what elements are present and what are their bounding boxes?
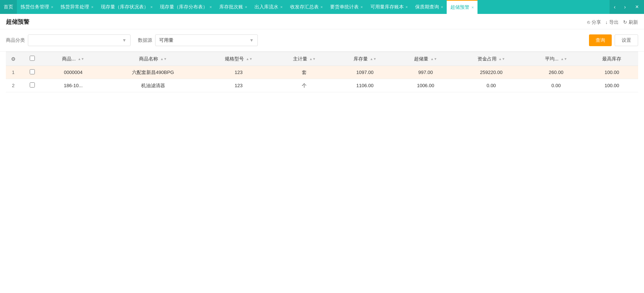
sort-icon: ▲▼ xyxy=(431,57,437,61)
nav-exception[interactable]: 拣货异常处理 × xyxy=(57,0,97,14)
nav-stock-dist[interactable]: 现存量（库存分布表） × xyxy=(156,0,215,14)
max-stock: 100.00 xyxy=(586,66,638,79)
category-filter: 商品分类 ▼ xyxy=(6,34,131,46)
page-header: 超储预警 ⎋ 分享 ↓ 导出 ↻ 刷新 xyxy=(0,14,644,29)
table-container: ⚙ 商品... ▲▼ 商品名称 ▲▼ 规格型号 ▲▼ xyxy=(0,52,644,92)
sort-icon: ▲▼ xyxy=(498,57,505,61)
refresh-icon: ↻ xyxy=(623,19,627,25)
col-header-spec[interactable]: 规格型号 ▲▼ xyxy=(203,52,274,66)
datasource-select-value: 可用量 xyxy=(159,37,173,44)
datasource-label: 数据源 xyxy=(138,37,152,44)
table-header-row: ⚙ 商品... ▲▼ 商品名称 ▲▼ 规格型号 ▲▼ xyxy=(6,52,638,66)
category-select[interactable]: ▼ xyxy=(28,34,131,46)
nav-stock-status[interactable]: 现存量（库存状况表） × xyxy=(97,0,156,14)
overstock-qty: 997.00 xyxy=(395,66,456,79)
close-tab-icon[interactable]: × xyxy=(209,5,212,9)
table-row: 1 0000004 六配套新昌490BPG 123 套 1097.00 997.… xyxy=(6,66,638,79)
select-all-checkbox[interactable] xyxy=(30,56,35,61)
stock-qty: 1106.00 xyxy=(334,79,395,92)
top-nav: 首页 拣货任务管理 × 拣货异常处理 × 现存量（库存状况表） × 现存量（库存… xyxy=(0,0,644,14)
product-code: 0000004 xyxy=(44,66,103,79)
nav-close-all[interactable]: × xyxy=(630,0,644,14)
stock-qty: 1097.00 xyxy=(334,66,395,79)
nav-flow[interactable]: 出入库流水 × xyxy=(251,0,286,14)
dropdown-arrow-icon: ▼ xyxy=(249,38,254,43)
close-tab-icon[interactable]: × xyxy=(321,5,323,9)
sort-icon: ▲▼ xyxy=(309,57,316,61)
nav-quality-period[interactable]: 保质期查询 × xyxy=(411,0,447,14)
capital-usage: 0.00 xyxy=(456,79,527,92)
page-content: 超储预警 ⎋ 分享 ↓ 导出 ↻ 刷新 商品分类 ▼ 数据源 xyxy=(0,14,644,293)
nav-batch[interactable]: 库存批次账 × xyxy=(216,0,251,14)
nav-order-stat[interactable]: 要货单统计表 × xyxy=(326,0,366,14)
row-checkbox-cell xyxy=(21,66,44,79)
nav-home[interactable]: 首页 xyxy=(0,0,17,14)
col-header-avg[interactable]: 平均... ▲▼ xyxy=(527,52,586,66)
row-checkbox[interactable] xyxy=(30,69,35,74)
nav-available-stock[interactable]: 可用量库存账本 × xyxy=(367,0,411,14)
avg-price: 260.00 xyxy=(527,66,586,79)
settings-col-header: ⚙ xyxy=(6,52,21,66)
nav-overstock-warning[interactable]: 超储预警 × xyxy=(447,0,477,14)
col-header-checkbox xyxy=(21,52,44,66)
col-header-max-stock[interactable]: 最高库存 xyxy=(586,52,638,66)
close-tab-icon[interactable]: × xyxy=(471,5,473,10)
spec: 123 xyxy=(203,79,274,92)
unit: 套 xyxy=(274,66,334,79)
nav-arrows: ‹ › × xyxy=(610,0,644,14)
col-header-product-code[interactable]: 商品... ▲▼ xyxy=(44,52,103,66)
close-tab-icon[interactable]: × xyxy=(150,5,153,9)
datasource-filter: 数据源 可用量 ▼ xyxy=(138,34,258,46)
product-code: 186-10... xyxy=(44,79,103,92)
filter-area: 商品分类 ▼ 数据源 可用量 ▼ 查询 设置 xyxy=(0,29,644,51)
close-tab-icon[interactable]: × xyxy=(406,5,408,9)
row-number: 1 xyxy=(6,66,21,79)
sort-icon: ▲▼ xyxy=(561,57,567,61)
nav-left-arrow[interactable]: ‹ xyxy=(610,0,620,14)
nav-right-arrow[interactable]: › xyxy=(620,0,630,14)
col-header-stock[interactable]: 库存量 ▲▼ xyxy=(334,52,395,66)
sort-icon: ▲▼ xyxy=(246,57,253,61)
data-table: ⚙ 商品... ▲▼ 商品名称 ▲▼ 规格型号 ▲▼ xyxy=(6,52,638,92)
filter-actions: 查询 设置 xyxy=(589,34,638,46)
close-tab-icon[interactable]: × xyxy=(441,5,443,9)
page-title: 超储预警 xyxy=(6,18,29,26)
table-row: 2 186-10... 机油滤清器 123 个 1106.00 1006.00 … xyxy=(6,79,638,92)
avg-price: 0.00 xyxy=(527,79,586,92)
row-checkbox-cell xyxy=(21,79,44,92)
product-name: 六配套新昌490BPG xyxy=(103,66,203,79)
row-checkbox[interactable] xyxy=(30,82,35,88)
export-button[interactable]: ↓ 导出 xyxy=(605,19,619,26)
share-icon: ⎋ xyxy=(587,19,590,25)
sort-icon: ▲▼ xyxy=(370,57,376,61)
overstock-qty: 1006.00 xyxy=(395,79,456,92)
close-tab-icon[interactable]: × xyxy=(280,5,282,9)
sort-icon: ▲▼ xyxy=(78,57,84,61)
settings-button[interactable]: 设置 xyxy=(615,34,638,46)
category-label: 商品分类 xyxy=(6,37,25,44)
query-button[interactable]: 查询 xyxy=(589,34,612,46)
header-actions: ⎋ 分享 ↓ 导出 ↻ 刷新 xyxy=(587,19,638,26)
gear-icon[interactable]: ⚙ xyxy=(11,56,16,62)
nav-task-mgmt[interactable]: 拣货任务管理 × xyxy=(17,0,57,14)
share-button[interactable]: ⎋ 分享 xyxy=(587,19,601,26)
max-stock: 100.00 xyxy=(586,79,638,92)
close-tab-icon[interactable]: × xyxy=(361,5,363,9)
close-tab-icon[interactable]: × xyxy=(91,5,93,9)
close-tab-icon[interactable]: × xyxy=(51,5,53,9)
nav-summary[interactable]: 收发存汇总表 × xyxy=(286,0,326,14)
col-header-product-name[interactable]: 商品名称 ▲▼ xyxy=(103,52,203,66)
sort-icon: ▲▼ xyxy=(160,57,167,61)
col-header-unit[interactable]: 主计量 ▲▼ xyxy=(274,52,334,66)
refresh-button[interactable]: ↻ 刷新 xyxy=(623,19,638,26)
capital-usage: 259220.00 xyxy=(456,66,527,79)
row-number: 2 xyxy=(6,79,21,92)
unit: 个 xyxy=(274,79,334,92)
datasource-select[interactable]: 可用量 ▼ xyxy=(155,34,258,46)
col-header-overstock[interactable]: 超储量 ▲▼ xyxy=(395,52,456,66)
product-name: 机油滤清器 xyxy=(103,79,203,92)
close-tab-icon[interactable]: × xyxy=(245,5,247,9)
col-header-capital[interactable]: 资金占用 ▲▼ xyxy=(456,52,527,66)
dropdown-arrow-icon: ▼ xyxy=(122,38,127,43)
spec: 123 xyxy=(203,66,274,79)
